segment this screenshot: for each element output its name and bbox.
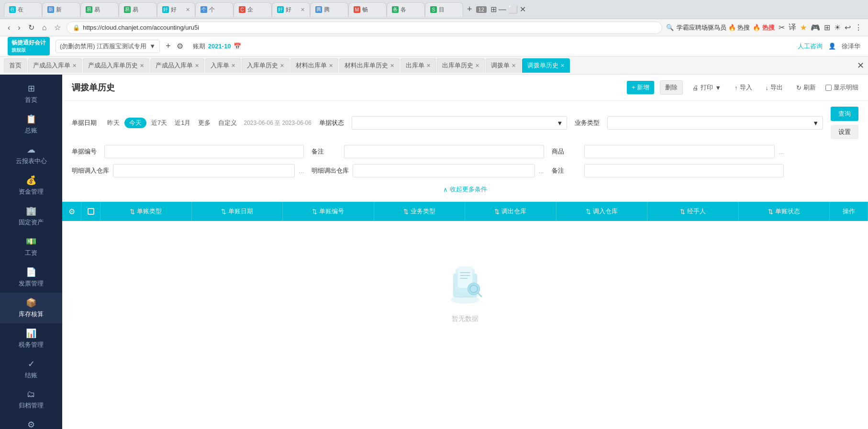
tab-close-7[interactable]: ✕ — [300, 7, 305, 13]
sidebar-item-ledger[interactable]: 📋 总账 — [0, 109, 62, 140]
settings-filter-button[interactable]: 设置 — [831, 125, 858, 139]
detail-out-filter-dots[interactable]: ... — [539, 167, 544, 175]
browser-tab-10[interactable]: 各 各 — [387, 2, 425, 17]
grid-icon[interactable]: ⊞ — [824, 23, 830, 32]
sidebar-item-basic-settings[interactable]: ⚙ 基础设置 — [0, 415, 62, 429]
tab-close[interactable]: ✕ — [195, 63, 199, 69]
sidebar-item-cloud-report[interactable]: ☁ 云报表中心 — [0, 140, 62, 170]
brightness-icon[interactable]: ☀ — [834, 23, 841, 32]
browser-tab-3[interactable]: 易 易 — [119, 2, 157, 17]
app-tab-8[interactable]: 出库单 ✕ — [401, 58, 436, 73]
th-in-warehouse[interactable]: ⇅ 调入仓库 — [556, 202, 648, 221]
detail-in-filter-dots[interactable]: ... — [299, 167, 304, 175]
collapse-button[interactable]: ∧ 收起更多条件 — [443, 183, 487, 196]
bookmark-button[interactable]: ☆ — [52, 22, 63, 33]
close-all-tabs-button[interactable]: ✕ — [857, 60, 864, 71]
query-button[interactable]: 查询 — [831, 107, 858, 121]
tab-close[interactable]: ✕ — [512, 63, 516, 69]
tab-close[interactable]: ✕ — [390, 63, 394, 69]
app-tab-home[interactable]: 首页 — [4, 58, 27, 73]
th-handler[interactable]: ⇅ 经手人 — [647, 202, 739, 221]
app-tab-7[interactable]: 材料出库单历史 ✕ — [339, 58, 400, 73]
tab-close[interactable]: ✕ — [140, 63, 144, 69]
tab-close[interactable]: ✕ — [231, 63, 235, 69]
browser-tab-0[interactable]: 在 在 — [4, 2, 42, 17]
th-checkbox[interactable] — [81, 202, 100, 221]
sidebar-item-home[interactable]: ⊞ 首页 — [0, 78, 62, 109]
goods-filter-input[interactable] — [584, 145, 775, 158]
settings-header-icon[interactable]: ⚙ — [177, 42, 183, 51]
home-button[interactable]: ⌂ — [40, 22, 49, 33]
goods-filter-dots[interactable]: ... — [779, 148, 784, 155]
sidebar-item-fixed-assets[interactable]: 🏢 固定资产 — [0, 201, 62, 231]
app-tab-2[interactable]: 产成品入库单历史 ✕ — [83, 58, 149, 73]
game-icon[interactable]: 🎮 — [811, 23, 820, 32]
extensions-icon[interactable]: ⊞ — [490, 5, 497, 14]
sidebar-item-capital[interactable]: 💰 资金管理 — [0, 170, 62, 201]
th-status[interactable]: ⇅ 单账状态 — [739, 202, 830, 221]
th-doc-no[interactable]: ⇅ 单账编号 — [283, 202, 374, 221]
import-button[interactable]: ↑ 导入 — [731, 81, 756, 94]
sidebar-item-closing[interactable]: ✓ 结账 — [0, 354, 62, 385]
minimize-button[interactable]: — — [499, 5, 506, 14]
extension-icon[interactable]: ★ — [800, 23, 807, 32]
tab-close[interactable]: ✕ — [426, 63, 431, 69]
status-filter-select[interactable]: ▼ — [352, 116, 568, 130]
app-tab-4[interactable]: 入库单 ✕ — [205, 58, 241, 73]
tab-close-4[interactable]: ✕ — [186, 7, 190, 13]
add-company-button[interactable]: + — [166, 41, 171, 51]
th-doc-type[interactable]: ⇅ 单账类型 — [100, 202, 192, 221]
date-btn-more[interactable]: 更多 — [195, 118, 213, 128]
refresh-browser-button[interactable]: ↻ — [26, 22, 36, 33]
browser-tab-4[interactable]: 好 好 ✕ — [157, 2, 195, 17]
th-settings[interactable]: ⚙ — [62, 202, 81, 221]
app-tab-3[interactable]: 产成品入库单 ✕ — [150, 58, 204, 73]
export-button[interactable]: ↓ 导出 — [762, 81, 787, 94]
new-tab-button[interactable]: + — [463, 4, 476, 14]
sidebar-item-invoice[interactable]: 📄 发票管理 — [0, 262, 62, 293]
detail-in-filter-input[interactable] — [113, 164, 295, 177]
note-filter-input[interactable] — [344, 145, 544, 158]
browser-tab-5[interactable]: 个 个 — [195, 2, 234, 17]
browser-tab-1[interactable]: 新 新 — [42, 2, 80, 17]
date-btn-today[interactable]: 今天 — [124, 118, 146, 128]
note2-filter-input[interactable] — [584, 164, 784, 177]
browser-tab-6[interactable]: C 企 — [234, 2, 272, 17]
sidebar-item-inventory[interactable]: 📦 库存核算 — [0, 293, 62, 323]
browser-tab-8[interactable]: 腾 腾 — [310, 2, 348, 17]
scissors-icon[interactable]: ✂ — [779, 23, 785, 32]
show-cols-toggle[interactable]: 显示明细 — [825, 83, 858, 92]
undo-icon[interactable]: ↩ — [845, 23, 851, 32]
app-tab-5[interactable]: 入库单历史 ✕ — [242, 58, 289, 73]
app-tab-1[interactable]: 产成品入库单 ✕ — [28, 58, 82, 73]
tab-close[interactable]: ✕ — [329, 63, 333, 69]
back-button[interactable]: ‹ — [6, 22, 12, 33]
delete-button[interactable]: 删除 — [660, 80, 683, 95]
date-btn-custom[interactable]: 自定义 — [215, 118, 240, 128]
company-selector[interactable]: (勿删勿禁用) 江西服宝测试专用 ▼ — [56, 40, 160, 53]
tab-close[interactable]: ✕ — [72, 63, 77, 69]
detail-out-filter-input[interactable] — [353, 164, 534, 177]
print-dropdown-icon[interactable]: ▼ — [715, 84, 721, 91]
browser-tab-9[interactable]: M 畅 — [348, 2, 387, 17]
translate-icon[interactable]: 译 — [789, 22, 796, 33]
refresh-button[interactable]: ↻ 刷新 — [792, 81, 820, 94]
menu-icon[interactable]: ⋮ — [855, 23, 862, 32]
th-out-warehouse[interactable]: ⇅ 调出仓库 — [465, 202, 556, 221]
tab-close[interactable]: ✕ — [280, 63, 284, 69]
doc-no-filter-input[interactable] — [104, 145, 304, 158]
sidebar-item-payroll[interactable]: 💵 工资 — [0, 231, 62, 262]
close-window-button[interactable]: ✕ — [520, 5, 526, 14]
table-settings-icon[interactable]: ⚙ — [68, 207, 75, 216]
browser-tab-2[interactable]: 易 易 — [80, 2, 119, 17]
browser-tab-7[interactable]: 好 好 ✕ — [272, 2, 310, 17]
date-btn-7days[interactable]: 近7天 — [148, 118, 170, 128]
tab-close[interactable]: ✕ — [475, 63, 479, 69]
calendar-icon[interactable]: 📅 — [234, 43, 241, 50]
url-box[interactable]: 🔒 https://cloud.chanjet.com/accounting/u… — [67, 22, 662, 34]
business-type-filter-select[interactable]: ▼ — [607, 116, 823, 130]
th-business-type[interactable]: ⇅ 业务类型 — [374, 202, 466, 221]
app-tab-11-active[interactable]: 调拨单历史 ✕ — [522, 58, 570, 73]
th-doc-date[interactable]: ⇅ 单账日期 — [192, 202, 283, 221]
date-btn-1month[interactable]: 近1月 — [172, 118, 193, 128]
